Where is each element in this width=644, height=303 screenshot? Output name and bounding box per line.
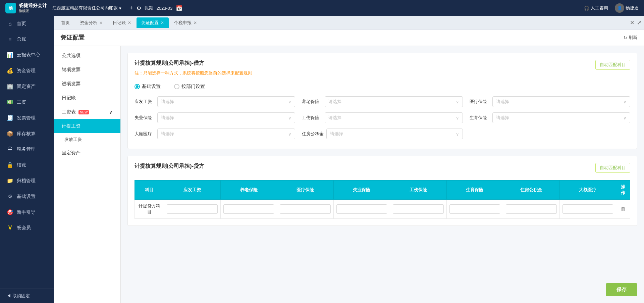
tax-icon: 🏛 xyxy=(7,146,13,152)
maternity-select[interactable]: 请选择 ∨ xyxy=(492,112,630,123)
cell-delete[interactable]: 🗑 xyxy=(616,200,630,219)
unemployment-select[interactable]: 请选择 ∨ xyxy=(157,112,295,123)
nav-sales[interactable]: 销项发票 xyxy=(54,63,120,77)
sidebar-item-inventory[interactable]: 📦 库存核算 xyxy=(0,126,54,142)
topbar-actions: 🎧 人工咨询 👤 畅捷通 xyxy=(584,3,639,13)
period-value: 2023-03 xyxy=(157,6,173,11)
select-chevron: ∨ xyxy=(456,115,459,120)
maternity-input[interactable] xyxy=(449,204,500,214)
injury-select[interactable]: 请选择 ∨ xyxy=(325,112,463,123)
tab-home[interactable]: 首页 xyxy=(56,17,74,28)
save-button[interactable]: 保存 xyxy=(606,283,637,296)
tab-close-journal[interactable]: ✕ xyxy=(128,20,131,25)
user-menu[interactable]: 👤 畅捷通 xyxy=(615,3,639,13)
nav-accrual[interactable]: 计提工资 xyxy=(54,119,120,133)
cell-injury-input[interactable] xyxy=(390,200,446,219)
housing-fund-select[interactable]: 请选择 ∨ xyxy=(326,129,463,139)
cell-housing-input[interactable] xyxy=(503,200,559,219)
tab-close-capital[interactable]: ✕ xyxy=(99,20,103,25)
medical-input[interactable] xyxy=(280,204,330,214)
housing-input[interactable] xyxy=(506,204,556,214)
settings-icon[interactable]: ⚙ xyxy=(137,5,141,11)
content-area: 首页 资金分析 ✕ 日记账 ✕ 凭证配置 ✕ 个税申报 ✕ ✕ ⤢ xyxy=(54,16,644,303)
company-selector[interactable]: 江西服宝精品有限责任公司内账张 ▾ xyxy=(52,5,121,11)
radio-by-dept[interactable]: 按部门设置 xyxy=(174,84,205,90)
nav-public[interactable]: 公共选项 xyxy=(54,49,120,63)
tab-close-tax[interactable]: ✕ xyxy=(194,20,197,25)
sidebar-item-basic[interactable]: ⚙ 基础设置 xyxy=(0,189,54,204)
sidebar-item-ledger[interactable]: ≡ 总账 xyxy=(0,32,54,47)
nav-journal[interactable]: 日记账 xyxy=(54,91,120,105)
col-subject: 科目 xyxy=(135,181,164,200)
close-tab-icon[interactable]: ✕ xyxy=(630,19,634,26)
tab-voucher-config[interactable]: 凭证配置 ✕ xyxy=(137,17,169,28)
cell-medical-input[interactable] xyxy=(277,200,333,219)
debit-section-title: 计提核算规则(公司承担)-借方 xyxy=(135,60,252,67)
tab-capital-analysis[interactable]: 资金分析 ✕ xyxy=(75,17,107,28)
injury-input[interactable] xyxy=(393,204,443,214)
delete-icon[interactable]: 🗑 xyxy=(621,206,626,212)
tab-close-voucher[interactable]: ✕ xyxy=(161,20,164,25)
sidebar-label-vip: 畅会员 xyxy=(17,225,31,231)
unemployment-label: 失业保险 xyxy=(135,115,155,121)
select-chevron: ∨ xyxy=(288,99,291,104)
debit-section: 计提核算规则(公司承担)-借方 注：只能选择一种方式，系统将按照您当前的选择来配… xyxy=(127,53,637,149)
nav-wage-table[interactable]: 工资表 NEW ∨ xyxy=(54,105,120,119)
unemployment-input[interactable] xyxy=(336,204,387,214)
credit-auto-match-button[interactable]: 自动匹配科目 xyxy=(595,163,630,173)
radio-group: 基础设置 按部门设置 xyxy=(135,84,630,90)
debit-auto-match-button[interactable]: 自动匹配科目 xyxy=(595,60,630,70)
cell-subject-label: 计提贷方科目 xyxy=(135,200,164,219)
tab-tax-filing[interactable]: 个税申报 ✕ xyxy=(169,17,202,28)
sidebar-item-capital[interactable]: 💰 资金管理 xyxy=(0,63,54,79)
service-button[interactable]: 🎧 人工咨询 xyxy=(584,5,608,11)
radio-basic-circle xyxy=(135,84,140,89)
cell-unemployment-input[interactable] xyxy=(333,200,390,219)
wages-input[interactable] xyxy=(167,204,217,214)
sidebar-item-fixed-assets[interactable]: 🏢 固定资产 xyxy=(0,79,54,94)
cell-maternity-input[interactable] xyxy=(446,200,503,219)
major-medical-select[interactable]: 请选择 ∨ xyxy=(157,129,295,139)
add-icon[interactable]: + xyxy=(129,5,133,12)
app-logo: 畅 畅捷通好会计 旗舰版 xyxy=(5,3,47,13)
pension-select[interactable]: 请选择 ∨ xyxy=(325,96,463,107)
cancel-fixed-button[interactable]: ◀ 取消固定 xyxy=(0,289,54,303)
sidebar-item-tax[interactable]: 🏛 税务管理 xyxy=(0,142,54,157)
tab-journal[interactable]: 日记账 ✕ xyxy=(108,17,136,28)
calendar-icon[interactable]: 📅 xyxy=(176,5,182,11)
sidebar-item-guide[interactable]: 🎯 新手引导 xyxy=(0,204,54,220)
refresh-button[interactable]: ↻ 刷新 xyxy=(624,35,637,41)
wages-select[interactable]: 请选择 ∨ xyxy=(157,96,295,107)
expand-icon[interactable]: ⤢ xyxy=(637,19,641,26)
col-major-medical: 大额医疗 xyxy=(559,181,616,200)
nav-fixed-assets-conf[interactable]: 固定资产 xyxy=(54,146,120,160)
app-edition: 旗舰版 xyxy=(19,9,47,13)
medical-select[interactable]: 请选择 ∨ xyxy=(492,96,630,107)
select-chevron: ∨ xyxy=(623,115,627,120)
sidebar-item-salary[interactable]: 💵 工资 xyxy=(0,94,54,110)
sidebar-item-reports[interactable]: 📊 云报表中心 xyxy=(0,47,54,63)
pension-input[interactable] xyxy=(223,204,274,214)
sidebar-item-invoice[interactable]: 🧾 发票管理 xyxy=(0,110,54,126)
cell-wages-input[interactable] xyxy=(164,200,220,219)
field-pension: 养老保险 请选择 ∨ xyxy=(302,96,463,107)
cell-major-medical-input[interactable] xyxy=(559,200,616,219)
credit-section: 计提核算规则(公司承担)-贷方 自动匹配科目 科目 应发工资 养老保险 医疗保险 xyxy=(127,156,637,226)
nav-purchase[interactable]: 进项发票 xyxy=(54,77,120,91)
major-medical-input[interactable] xyxy=(562,204,613,214)
major-medical-label: 大额医疗 xyxy=(135,131,155,137)
logo-icon: 畅 xyxy=(5,3,16,13)
chevron-down-icon: ∨ xyxy=(109,109,112,115)
cell-pension-input[interactable] xyxy=(220,200,277,219)
sidebar-item-home[interactable]: ⌂ 首页 xyxy=(0,16,54,32)
table-header-row: 科目 应发工资 养老保险 医疗保险 失业保险 工伤保险 生育保险 住房公积金 大… xyxy=(135,181,630,200)
field-wages: 应发工资 请选择 ∨ xyxy=(135,96,295,107)
sidebar-item-archive[interactable]: 📁 归档管理 xyxy=(0,173,54,189)
nav-pay[interactable]: 发放工资 xyxy=(54,133,120,146)
sidebar-item-vip[interactable]: V 畅会员 xyxy=(0,220,54,236)
radio-basic[interactable]: 基础设置 xyxy=(135,84,161,90)
credit-section-header: 计提核算规则(公司承担)-贷方 自动匹配科目 xyxy=(135,163,630,177)
sidebar-item-close[interactable]: 🔒 结账 xyxy=(0,157,54,173)
field-major-medical: 大额医疗 请选择 ∨ xyxy=(135,129,295,139)
reports-icon: 📊 xyxy=(7,52,13,58)
